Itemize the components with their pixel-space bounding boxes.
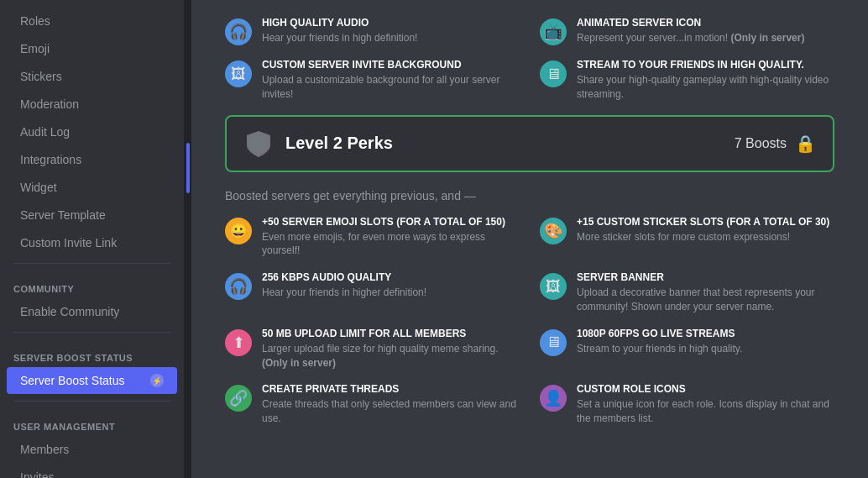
perk-title-audio-quality: 256 KBPS AUDIO QUALITY	[262, 271, 426, 283]
perk-icon-audio-quality: 🎧	[225, 273, 252, 300]
level-box-right: 7 Boosts 🔒	[735, 134, 816, 154]
sidebar-item-enable-community[interactable]: Enable Community	[7, 298, 177, 325]
perk-title-go-live: 1080P 60FPS GO LIVE STREAMS	[577, 328, 742, 339]
sidebar-item-stickers[interactable]: Stickers	[7, 63, 177, 90]
boost-status-icon: ⚡	[150, 374, 164, 387]
server-boost-section-label: SERVER BOOST STATUS	[0, 339, 184, 366]
perk-text-private-threads: CREATE PRIVATE THREADSCreate threads tha…	[262, 383, 520, 426]
boosts-count: 7 Boosts	[735, 136, 787, 151]
perk-title-role-icons: CUSTOM ROLE ICONS	[577, 383, 834, 395]
community-section-label: COMMUNITY	[0, 271, 184, 297]
level-box-left: Level 2 Perks	[243, 129, 393, 159]
level-shield-icon	[243, 129, 274, 159]
perk-text-stream-hq: STREAM TO YOUR FRIENDS IN HIGH QUALITY.S…	[577, 59, 834, 102]
perk-item-emoji-slots: 😀+50 SERVER EMOJI SLOTS (FOR A TOTAL OF …	[225, 216, 520, 259]
perk-icon-high-def-audio: 🎧	[225, 18, 252, 45]
perk-desc-go-live: Stream to your friends in high quality.	[577, 342, 742, 356]
top-perks-grid-1: 🎧HIGH QUALITY AUDIOHear your friends in …	[225, 17, 834, 45]
sidebar-item-server-boost-status[interactable]: Server Boost Status⚡	[7, 367, 177, 394]
level-2-box: Level 2 Perks 7 Boosts 🔒	[225, 115, 834, 172]
lock-icon: 🔒	[795, 134, 816, 154]
perk-desc-stream-hq: Share your high-quality gameplay with hi…	[577, 73, 834, 102]
user-management-section-label: USER MANAGEMENT	[0, 408, 184, 435]
perk-text-custom-invite-bg: CUSTOM SERVER INVITE BACKGROUNDUpload a …	[262, 59, 520, 102]
perk-title-custom-invite-bg: CUSTOM SERVER INVITE BACKGROUND	[262, 59, 520, 71]
perk-text-animated-icon: ANIMATED SERVER ICONRepresent your serve…	[577, 17, 804, 45]
perk-desc-custom-invite-bg: Upload a customizable background for all…	[262, 73, 520, 102]
sidebar-item-members[interactable]: Members	[7, 436, 177, 463]
perk-item-high-def-audio: 🎧HIGH QUALITY AUDIOHear your friends in …	[225, 17, 520, 45]
perk-text-high-def-audio: HIGH QUALITY AUDIOHear your friends in h…	[262, 17, 417, 45]
perk-icon-sticker-slots: 🎨	[540, 218, 567, 244]
sidebar-divider	[13, 263, 170, 264]
perk-desc-audio-quality: Hear your friends in higher definition!	[262, 286, 426, 300]
scroll-thumb	[186, 143, 190, 193]
perk-item-upload-limit: ⬆50 MB UPLOAD LIMIT FOR ALL MEMBERSLarge…	[225, 328, 520, 370]
sidebar-item-server-template[interactable]: Server Template	[7, 202, 177, 228]
perk-item-custom-invite-bg: 🖼CUSTOM SERVER INVITE BACKGROUNDUpload a…	[225, 59, 520, 102]
perk-item-animated-icon: 📺ANIMATED SERVER ICONRepresent your serv…	[540, 17, 834, 45]
perk-text-upload-limit: 50 MB UPLOAD LIMIT FOR ALL MEMBERSLarger…	[262, 328, 520, 370]
sidebar: RolesEmojiStickersModerationAudit LogInt…	[0, 0, 185, 478]
sidebar-item-integrations[interactable]: Integrations	[7, 146, 177, 173]
perk-text-sticker-slots: +15 CUSTOM STICKER SLOTS (FOR A TOTAL OF…	[577, 216, 829, 244]
perk-title-sticker-slots: +15 CUSTOM STICKER SLOTS (FOR A TOTAL OF…	[577, 216, 829, 228]
perk-title-high-def-audio: HIGH QUALITY AUDIO	[262, 17, 417, 29]
sidebar-item-widget[interactable]: Widget	[7, 174, 177, 201]
sidebar-divider-2	[13, 332, 170, 333]
perk-icon-custom-invite-bg: 🖼	[225, 60, 252, 87]
perk-item-sticker-slots: 🎨+15 CUSTOM STICKER SLOTS (FOR A TOTAL O…	[540, 216, 834, 259]
perk-item-role-icons: 👤CUSTOM ROLE ICONSSet a unique icon for …	[540, 383, 834, 426]
perk-title-animated-icon: ANIMATED SERVER ICON	[577, 17, 804, 29]
perk-icon-go-live: 🖥	[540, 329, 567, 356]
perk-item-server-banner: 🖼SERVER BANNERUpload a decorative banner…	[540, 271, 834, 314]
scroll-indicator[interactable]	[185, 0, 191, 478]
perk-icon-role-icons: 👤	[540, 385, 567, 412]
perk-desc-upload-limit: Larger upload file size for high quality…	[262, 342, 520, 370]
sidebar-item-moderation[interactable]: Moderation	[7, 91, 177, 118]
perk-icon-stream-hq: 🖥	[540, 60, 567, 87]
perks-grid: 😀+50 SERVER EMOJI SLOTS (FOR A TOTAL OF …	[225, 216, 834, 426]
sidebar-item-audit-log[interactable]: Audit Log	[7, 118, 177, 145]
perk-item-audio-quality: 🎧256 KBPS AUDIO QUALITYHear your friends…	[225, 271, 520, 314]
perk-item-private-threads: 🔗CREATE PRIVATE THREADSCreate threads th…	[225, 383, 520, 426]
sidebar-divider-3	[13, 401, 170, 402]
perk-icon-animated-icon: 📺	[540, 18, 567, 45]
perk-text-audio-quality: 256 KBPS AUDIO QUALITYHear your friends …	[262, 271, 426, 300]
main-content: 🎧HIGH QUALITY AUDIOHear your friends in …	[191, 0, 868, 478]
perk-desc-server-banner: Upload a decorative banner that best rep…	[577, 286, 834, 314]
perk-icon-server-banner: 🖼	[540, 273, 567, 300]
perk-desc-high-def-audio: Hear your friends in high definition!	[262, 31, 417, 45]
perk-text-emoji-slots: +50 SERVER EMOJI SLOTS (FOR A TOTAL OF 1…	[262, 216, 520, 259]
perk-title-stream-hq: STREAM TO YOUR FRIENDS IN HIGH QUALITY.	[577, 59, 834, 71]
boosted-intro: Boosted servers get everything previous,…	[225, 189, 834, 202]
top-perks-grid-2: 🖼CUSTOM SERVER INVITE BACKGROUNDUpload a…	[225, 59, 834, 102]
perk-icon-private-threads: 🔗	[225, 385, 252, 412]
sidebar-item-roles[interactable]: Roles	[7, 8, 177, 34]
perk-text-role-icons: CUSTOM ROLE ICONSSet a unique icon for e…	[577, 383, 834, 426]
perk-desc-emoji-slots: Even more emojis, for even more ways to …	[262, 230, 520, 259]
perk-desc-role-icons: Set a unique icon for each role. Icons d…	[577, 397, 834, 426]
perk-title-upload-limit: 50 MB UPLOAD LIMIT FOR ALL MEMBERS	[262, 328, 520, 339]
perk-desc-animated-icon: Represent your server...in motion! (Only…	[577, 31, 804, 45]
perk-desc-sticker-slots: More sticker slots for more custom expre…	[577, 230, 829, 244]
perk-title-private-threads: CREATE PRIVATE THREADS	[262, 383, 520, 395]
perk-title-server-banner: SERVER BANNER	[577, 271, 834, 283]
perk-icon-upload-limit: ⬆	[225, 329, 252, 356]
level-title: Level 2 Perks	[285, 134, 393, 153]
perk-icon-emoji-slots: 😀	[225, 218, 252, 244]
perk-title-emoji-slots: +50 SERVER EMOJI SLOTS (FOR A TOTAL OF 1…	[262, 216, 520, 228]
perk-item-stream-hq: 🖥STREAM TO YOUR FRIENDS IN HIGH QUALITY.…	[540, 59, 834, 102]
sidebar-item-emoji[interactable]: Emoji	[7, 35, 177, 62]
perk-item-go-live: 🖥1080P 60FPS GO LIVE STREAMSStream to yo…	[540, 328, 834, 370]
perk-desc-private-threads: Create threads that only selected member…	[262, 397, 520, 426]
perk-text-server-banner: SERVER BANNERUpload a decorative banner …	[577, 271, 834, 314]
sidebar-item-invites[interactable]: Invites	[7, 464, 177, 478]
perk-text-go-live: 1080P 60FPS GO LIVE STREAMSStream to you…	[577, 328, 742, 356]
sidebar-item-custom-invite-link[interactable]: Custom Invite Link	[7, 229, 177, 256]
